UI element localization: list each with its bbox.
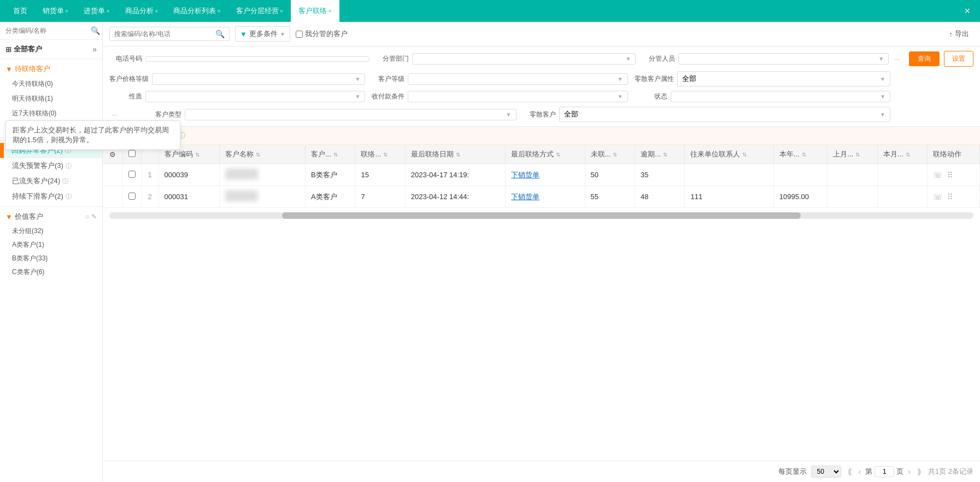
- last-method-link-2[interactable]: 下销货单: [511, 193, 539, 201]
- nav-sales-close[interactable]: ×: [65, 8, 68, 14]
- sidebar-collapse-icon[interactable]: »: [92, 45, 97, 54]
- payment-select[interactable]: ▼: [408, 91, 627, 102]
- sidebar-item-tomorrow[interactable]: 明天待联络(1): [0, 91, 102, 106]
- h-scrollbar[interactable]: [109, 212, 973, 219]
- nav-analysis-close[interactable]: ×: [155, 8, 158, 14]
- td-rownum-1: 1: [141, 164, 159, 186]
- more-filter-btn[interactable]: ▼ 更多条件 ▼: [235, 26, 290, 42]
- td-overdue-1: 35: [635, 164, 685, 186]
- nav-contact-close[interactable]: ×: [328, 8, 331, 14]
- sidebar-search-input[interactable]: [5, 27, 87, 34]
- next-page-btn[interactable]: ›: [906, 466, 913, 477]
- manager-select[interactable]: ▼: [678, 53, 889, 65]
- last-page-btn[interactable]: ⟫: [915, 466, 924, 477]
- row1-checkbox[interactable]: [128, 171, 136, 178]
- status-select[interactable]: ▼: [671, 91, 890, 102]
- more-dots[interactable]: ···: [109, 111, 120, 119]
- info-icon-churn-warning[interactable]: ⓘ: [66, 162, 72, 170]
- select-all-checkbox[interactable]: [128, 150, 136, 157]
- td-last-month-1: [828, 164, 877, 186]
- action-phone-icon-2[interactable]: ☏: [933, 193, 943, 201]
- nav-purchase[interactable]: 进货单 ×: [76, 0, 117, 22]
- td-checkbox-2[interactable]: [122, 186, 141, 208]
- phone-input[interactable]: [145, 56, 369, 62]
- sidebar-item-churn-warning[interactable]: 流失预警客户(3) ⓘ: [0, 158, 102, 173]
- last-method-link-1[interactable]: 下销货单: [511, 171, 539, 179]
- filter-icon: ▼: [240, 30, 247, 38]
- retail-customer-select[interactable]: 全部▼: [559, 107, 891, 122]
- nav-segment-close[interactable]: ×: [280, 8, 283, 14]
- td-code-2[interactable]: 000031: [159, 186, 219, 208]
- td-unit-contact-2: 111: [685, 186, 773, 208]
- my-customer-checkbox-group[interactable]: 我分管的客户: [296, 29, 348, 39]
- sidebar-search-box[interactable]: 🔍: [0, 22, 102, 40]
- td-last-method-1[interactable]: 下销货单: [506, 164, 585, 186]
- action-more-icon-1[interactable]: ⠿: [947, 171, 953, 179]
- nav-purchase-close[interactable]: ×: [106, 8, 109, 14]
- th-last-method[interactable]: 最后联络方式⇅: [506, 145, 585, 164]
- sidebar-search-icon[interactable]: 🔍: [91, 26, 100, 35]
- per-page-select[interactable]: 50 20 100: [811, 466, 841, 478]
- td-last-method-2[interactable]: 下销货单: [506, 186, 585, 208]
- query-btn[interactable]: 查询: [909, 51, 940, 66]
- nav-sales[interactable]: 销货单 ×: [35, 0, 76, 22]
- customer-level-select[interactable]: ▼: [408, 73, 627, 85]
- nav-home[interactable]: 首页: [5, 0, 35, 22]
- my-customer-checkbox[interactable]: [296, 31, 303, 38]
- sidebar-item-class-a[interactable]: A类客户(1): [0, 238, 102, 252]
- th-not-contact[interactable]: 未联...⇅: [585, 145, 635, 164]
- info-icon-churned[interactable]: ⓘ: [62, 177, 68, 185]
- sidebar-all-customers[interactable]: ⊞ 全部客户 »: [0, 40, 102, 59]
- th-overdue[interactable]: 逾期...⇅: [635, 145, 685, 164]
- th-customer-name[interactable]: 客户名称⇅: [219, 145, 305, 164]
- search-box[interactable]: 🔍: [109, 27, 230, 41]
- td-checkbox-1[interactable]: [122, 164, 141, 186]
- customer-type-label: 客户类型: [149, 110, 181, 119]
- nav-customer-segment[interactable]: 客户分层经营 ×: [228, 0, 291, 22]
- sidebar-item-class-c[interactable]: C类客户(6): [0, 265, 102, 279]
- nav-customer-contact[interactable]: 客户联络 ×: [291, 0, 339, 22]
- sidebar-item-class-b[interactable]: B类客户(33): [0, 252, 102, 265]
- th-last-month[interactable]: 上月...⇅: [828, 145, 877, 164]
- sidebar-group-pending[interactable]: ▼ 待联络客户: [0, 61, 102, 77]
- row2-checkbox[interactable]: [128, 193, 136, 200]
- th-contact[interactable]: 联络...⇅: [355, 145, 405, 164]
- retail-attr-select[interactable]: 全部▼: [677, 71, 890, 86]
- manager-dots[interactable]: ···: [892, 55, 902, 63]
- filter-rows: 电话号码 分管部门 ▼ 分管人员 ▼ ··· 查询: [103, 47, 980, 127]
- th-customer-type[interactable]: 客户...⇅: [305, 145, 355, 164]
- nature-select[interactable]: ▼: [145, 91, 365, 102]
- value-group-edit-icon[interactable]: ✎: [91, 213, 97, 220]
- page-input[interactable]: [875, 466, 894, 477]
- info-icon-declining[interactable]: ⓘ: [66, 193, 72, 201]
- prev-page-btn[interactable]: ‹: [856, 466, 864, 477]
- export-btn[interactable]: ↑ 导出: [945, 27, 974, 41]
- th-this-month[interactable]: 本月...⇅: [877, 145, 927, 164]
- action-phone-icon-1[interactable]: ☏: [933, 171, 943, 179]
- customer-type-select[interactable]: ▼: [185, 109, 517, 120]
- sidebar-item-declining[interactable]: 持续下滑客户(2) ⓘ: [0, 189, 102, 204]
- td-action-1: ☏ ⠿: [928, 164, 980, 186]
- sidebar-item-today[interactable]: 今天待联络(0): [0, 77, 102, 91]
- sidebar-value-group[interactable]: ▼ 价值客户 ○ ✎: [0, 209, 102, 224]
- nav-analysis-list[interactable]: 商品分析列表 ×: [166, 0, 228, 22]
- value-group-add-icon[interactable]: ○: [85, 213, 89, 220]
- td-code-1[interactable]: 000039: [159, 164, 219, 186]
- dept-select[interactable]: ▼: [412, 53, 636, 65]
- price-level-select[interactable]: ▼: [152, 73, 365, 85]
- sidebar-item-7days[interactable]: 近7天待联络(0): [0, 106, 102, 121]
- page-nav: ⟪ ‹ 第 页 › ⟫: [846, 466, 924, 477]
- th-this-year[interactable]: 本年...⇅: [773, 145, 828, 164]
- nav-analysis[interactable]: 商品分析 ×: [118, 0, 166, 22]
- settings-btn[interactable]: 设置: [944, 51, 973, 67]
- action-more-icon-2[interactable]: ⠿: [947, 193, 953, 201]
- search-icon[interactable]: 🔍: [215, 30, 225, 38]
- th-last-date[interactable]: 最后联络日期⇅: [405, 145, 505, 164]
- sidebar-item-unclassified[interactable]: 未分组(32): [0, 224, 102, 238]
- first-page-btn[interactable]: ⟪: [846, 466, 854, 477]
- th-unit-contact[interactable]: 往来单位联系人⇅: [685, 145, 773, 164]
- search-input[interactable]: [114, 30, 212, 38]
- window-close-btn[interactable]: ×: [960, 5, 975, 17]
- sidebar-item-churned[interactable]: 已流失客户(24) ⓘ: [0, 173, 102, 189]
- nav-analysis-list-close[interactable]: ×: [217, 8, 220, 14]
